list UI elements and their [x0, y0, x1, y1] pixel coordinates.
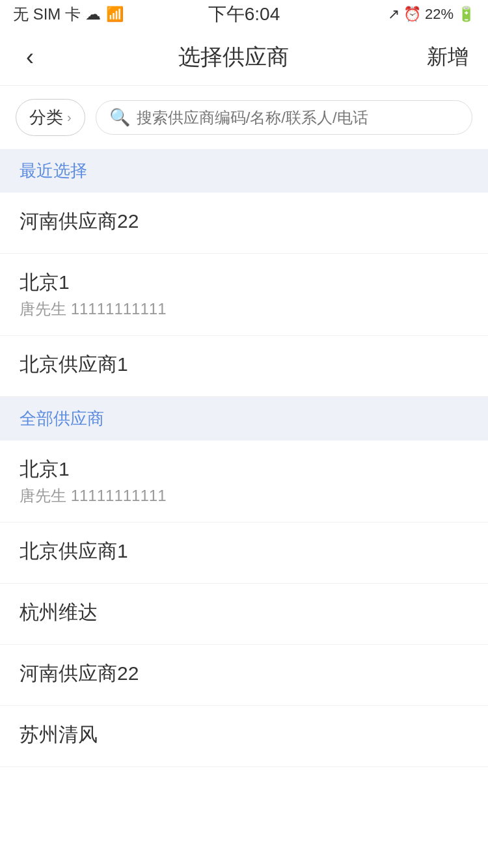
- search-wrapper: 🔍: [96, 100, 472, 135]
- all-label: 全部供应商: [20, 409, 104, 428]
- list-item[interactable]: 杭州维达: [0, 584, 488, 645]
- item-name: 河南供应商22: [20, 660, 468, 687]
- item-name: 北京1: [20, 269, 468, 296]
- sim-status: 无 SIM 卡 ☁: [13, 4, 101, 25]
- item-name: 杭州维达: [20, 599, 468, 626]
- item-name: 北京供应商1: [20, 538, 468, 565]
- list-item[interactable]: 北京供应商1: [0, 522, 488, 584]
- list-item[interactable]: 北京1唐先生 11111111111: [0, 441, 488, 522]
- item-sub: 唐先生 11111111111: [20, 299, 468, 319]
- category-label: 分类: [29, 106, 63, 129]
- list-item[interactable]: 北京供应商1: [0, 336, 488, 397]
- battery-percent: 22%: [425, 6, 454, 23]
- list-item[interactable]: 苏州清风: [0, 706, 488, 767]
- item-sub: 唐先生 11111111111: [20, 485, 468, 506]
- location-icon: ↗: [388, 6, 400, 23]
- item-name: 苏州清风: [20, 722, 468, 748]
- recent-list: 河南供应商22北京1唐先生 11111111111北京供应商1: [0, 193, 488, 397]
- recent-label: 最近选择: [20, 161, 87, 180]
- status-left: 无 SIM 卡 ☁ 📶: [13, 4, 124, 25]
- list-item[interactable]: 河南供应商22: [0, 645, 488, 706]
- filter-bar: 分类 › 🔍: [0, 86, 488, 149]
- wifi-icon: 📶: [106, 6, 124, 23]
- item-name: 北京1: [20, 456, 468, 483]
- item-name: 北京供应商1: [20, 351, 468, 378]
- new-button[interactable]: 新增: [427, 43, 468, 72]
- alarm-icon: ⏰: [403, 6, 421, 23]
- list-item[interactable]: 河南供应商22: [0, 193, 488, 254]
- page-title: 选择供应商: [178, 42, 289, 72]
- status-bar: 无 SIM 卡 ☁ 📶 下午6:04 ↗ ⏰ 22% 🔋: [0, 0, 488, 29]
- list-item[interactable]: 北京1唐先生 11111111111: [0, 254, 488, 336]
- search-input[interactable]: [137, 109, 459, 127]
- nav-bar: ‹ 选择供应商 新增: [0, 29, 488, 86]
- status-right: ↗ ⏰ 22% 🔋: [388, 6, 475, 23]
- all-list: 北京1唐先生 11111111111北京供应商1杭州维达河南供应商22苏州清风: [0, 441, 488, 767]
- search-icon: 🔍: [109, 107, 130, 128]
- category-button[interactable]: 分类 ›: [16, 99, 85, 136]
- status-time: 下午6:04: [208, 2, 280, 27]
- chevron-right-icon: ›: [67, 110, 72, 125]
- back-button[interactable]: ‹: [20, 37, 40, 77]
- recent-section-header: 最近选择: [0, 149, 488, 193]
- all-section-header: 全部供应商: [0, 397, 488, 441]
- item-name: 河南供应商22: [20, 208, 468, 235]
- battery-icon: 🔋: [457, 6, 475, 23]
